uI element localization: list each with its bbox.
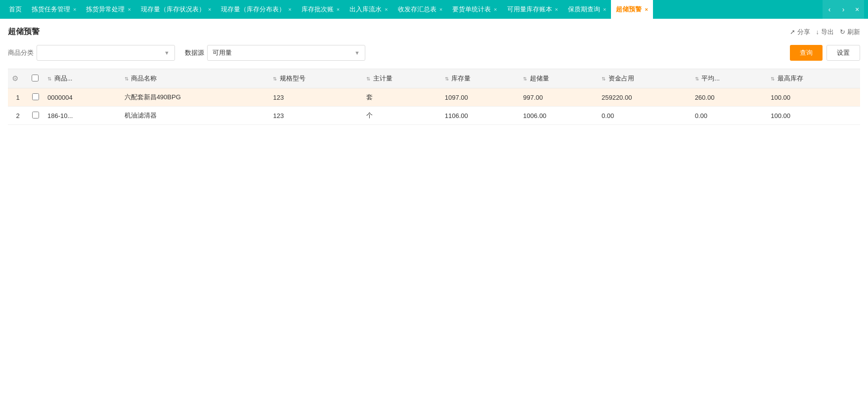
nav-close-available[interactable]: × (555, 6, 558, 12)
header-row: ⚙ ⇅ 商品... ⇅ 商品名称 ⇅ 规格型号 ⇅ (8, 69, 860, 88)
row2-checkbox-cell (28, 107, 43, 125)
row1-checkbox[interactable] (32, 93, 39, 100)
nav-item-available[interactable]: 可用量库存账本 × (502, 0, 563, 19)
refresh-label: 刷新 (847, 28, 860, 37)
nav-close-stock-dist[interactable]: × (288, 6, 291, 12)
nav-label-task: 拣货任务管理 (32, 5, 70, 14)
header-actions: ➚ 分享 ↓ 导出 ↻ 刷新 (790, 28, 861, 37)
page-header: 超储预警 ➚ 分享 ↓ 导出 ↻ 刷新 (8, 27, 860, 37)
nav-item-quality[interactable]: 保质期查询 × (563, 0, 611, 19)
table-row: 1 0000004 六配套新昌490BPG 123 套 1097.00 997.… (8, 88, 860, 107)
nav-item-inout[interactable]: 出入库流水 × (345, 0, 392, 19)
sort-icon-capital: ⇅ (602, 76, 606, 81)
nav-arrow-left[interactable]: ‹ (823, 0, 836, 19)
settings-button[interactable]: 设置 (826, 45, 860, 61)
table-header: ⚙ ⇅ 商品... ⇅ 商品名称 ⇅ 规格型号 ⇅ (8, 69, 860, 88)
row2-stock: 1106.00 (441, 107, 520, 125)
page-title: 超储预警 (8, 27, 40, 37)
nav-arrow-right[interactable]: › (836, 0, 850, 19)
category-chevron-icon: ▼ (164, 50, 170, 56)
row2-product-name: 机油滤清器 (121, 107, 269, 125)
nav-label-summary: 收发存汇总表 (398, 5, 436, 14)
export-label: 导出 (821, 28, 834, 37)
filter-row: 商品分类 ▼ 数据源 可用量 ▼ 查询 设置 (8, 45, 860, 61)
share-button[interactable]: ➚ 分享 (790, 28, 810, 37)
nav-close-stock-status[interactable]: × (208, 6, 211, 12)
nav-close-inout[interactable]: × (385, 6, 388, 12)
row1-product-name: 六配套新昌490BPG (121, 88, 269, 107)
sort-icon-unit: ⇅ (366, 76, 370, 81)
col-label-capital: 资金占用 (608, 75, 634, 82)
sort-icon-product-code: ⇅ (47, 76, 51, 81)
col-header-product-code: ⇅ 商品... (43, 69, 121, 88)
sort-icon-stock: ⇅ (445, 76, 449, 81)
col-header-avg: ⇅ 平均... (691, 69, 767, 88)
column-settings-icon[interactable]: ⚙ (12, 74, 18, 82)
nav-close-batch[interactable]: × (337, 6, 340, 12)
row1-product-code: 0000004 (43, 88, 121, 107)
nav-label-quality: 保质期查询 (568, 5, 600, 14)
col-header-unit: ⇅ 主计量 (362, 69, 441, 88)
nav-item-exception[interactable]: 拣货异常处理 × (81, 0, 135, 19)
row2-checkbox[interactable] (32, 112, 39, 118)
nav-close-exception[interactable]: × (128, 6, 130, 12)
row1-avg: 260.00 (691, 88, 767, 107)
table-row: 2 186-10... 机油滤清器 123 个 1106.00 1006.00 … (8, 107, 860, 125)
nav-label-overstock: 超储预警 (616, 5, 642, 14)
nav-item-stock-dist[interactable]: 现存量（库存分布表） × (216, 0, 296, 19)
row1-spec: 123 (269, 88, 362, 107)
col-label-product-name: 商品名称 (131, 75, 157, 82)
datasource-select[interactable]: 可用量 ▼ (207, 45, 365, 61)
row1-max-stock: 100.00 (767, 88, 860, 107)
nav-item-summary[interactable]: 收发存汇总表 × (393, 0, 447, 19)
col-header-settings: ⚙ (8, 69, 28, 88)
sort-icon-product-name: ⇅ (125, 76, 129, 81)
col-header-max-stock: ⇅ 最高库存 (767, 69, 860, 88)
row2-capital: 0.00 (598, 107, 691, 125)
category-select[interactable]: ▼ (37, 45, 175, 61)
row1-capital: 259220.00 (598, 88, 691, 107)
row2-index: 2 (8, 107, 28, 125)
col-label-unit: 主计量 (373, 75, 392, 82)
datasource-filter: 数据源 可用量 ▼ (185, 45, 365, 61)
share-icon: ➚ (790, 28, 795, 36)
nav-close-quality[interactable]: × (603, 6, 606, 12)
row1-index: 1 (8, 88, 28, 107)
row2-avg: 0.00 (691, 107, 767, 125)
col-label-max-stock: 最高库存 (778, 75, 803, 82)
nav-item-stock-status[interactable]: 现存量（库存状况表） × (136, 0, 216, 19)
sort-icon-max-stock: ⇅ (771, 76, 775, 81)
row2-unit: 个 (362, 107, 441, 125)
nav-item-overstock[interactable]: 超储预警 × (611, 0, 652, 19)
nav-item-demand[interactable]: 要货单统计表 × (447, 0, 502, 19)
nav-close-overstock[interactable]: × (645, 6, 648, 12)
nav-close-task[interactable]: × (73, 6, 76, 12)
nav-close-summary[interactable]: × (439, 6, 442, 12)
export-button[interactable]: ↓ 导出 (816, 28, 834, 37)
query-button[interactable]: 查询 (790, 45, 823, 61)
sort-icon-spec: ⇅ (273, 76, 277, 81)
datasource-label: 数据源 (185, 48, 204, 57)
nav-label-batch: 库存批次账 (302, 5, 334, 14)
row2-spec: 123 (269, 107, 362, 125)
datasource-chevron-icon: ▼ (354, 50, 360, 56)
nav-arrows: ‹ › × (823, 0, 864, 19)
col-header-stock: ⇅ 库存量 (441, 69, 520, 88)
action-buttons: 查询 设置 (790, 45, 860, 61)
sort-icon-overstock: ⇅ (523, 76, 527, 81)
select-all-checkbox[interactable] (32, 75, 39, 81)
sort-icon-avg: ⇅ (695, 76, 699, 81)
nav-label-available: 可用量库存账本 (507, 5, 552, 14)
top-navigation: 首页 拣货任务管理 × 拣货异常处理 × 现存量（库存状况表） × 现存量（库存… (0, 0, 868, 19)
category-filter: 商品分类 ▼ (8, 45, 175, 61)
col-header-spec: ⇅ 规格型号 (269, 69, 362, 88)
nav-arrow-close[interactable]: × (850, 0, 864, 19)
nav-item-home[interactable]: 首页 (4, 0, 27, 19)
nav-close-demand[interactable]: × (494, 6, 497, 12)
nav-item-task[interactable]: 拣货任务管理 × (27, 0, 81, 19)
refresh-button[interactable]: ↻ 刷新 (840, 28, 860, 37)
table-body: 1 0000004 六配套新昌490BPG 123 套 1097.00 997.… (8, 88, 860, 125)
col-label-product-code: 商品... (54, 75, 73, 82)
nav-item-batch[interactable]: 库存批次账 × (297, 0, 345, 19)
row1-unit: 套 (362, 88, 441, 107)
